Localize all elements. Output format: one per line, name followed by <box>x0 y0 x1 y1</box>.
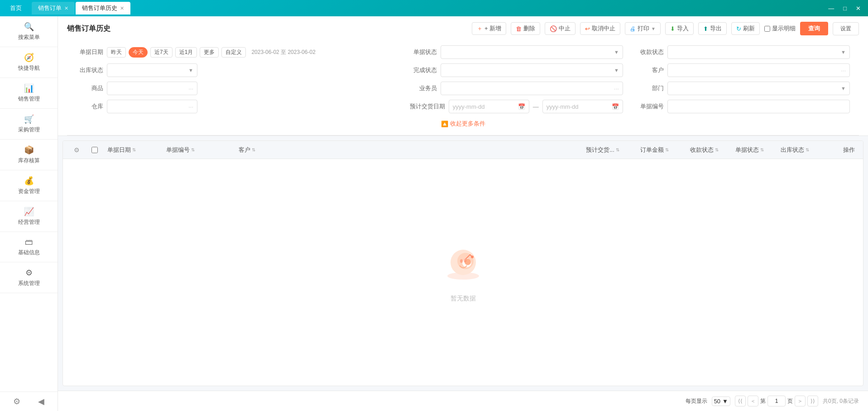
col-delivery-header[interactable]: 预计交货... ⇅ <box>582 146 637 154</box>
warehouse-input[interactable]: ··· <box>107 100 197 113</box>
query-button[interactable]: 查询 <box>800 22 828 35</box>
collapse-row[interactable]: 🔼 收起更多条件 <box>76 118 850 130</box>
col-docstatus-sort[interactable]: ⇅ <box>760 147 764 152</box>
col-receipt-header[interactable]: 收款状态 ⇅ <box>686 146 732 154</box>
delete-button[interactable]: 🗑 删除 <box>511 22 540 35</box>
receipt-status-chevron: ▼ <box>841 49 846 55</box>
goods-dots: ··· <box>188 85 193 92</box>
export-icon: ⬆ <box>703 25 708 32</box>
col-date-label: 单据日期 <box>107 146 131 154</box>
sidebar-item-quicknav[interactable]: 🧭 快捷导航 <box>0 47 58 78</box>
out-status-select[interactable]: ▼ <box>107 63 197 77</box>
complete-status-control[interactable]: ▼ <box>441 63 623 77</box>
doc-no-input[interactable] <box>667 100 850 113</box>
salesman-control[interactable]: ··· <box>441 82 623 95</box>
date-btn-custom[interactable]: 自定义 <box>221 47 246 58</box>
home-tab[interactable]: 首页 <box>5 2 27 15</box>
display-toggle-checkbox[interactable] <box>764 26 770 32</box>
calendar-end-icon[interactable]: 📅 <box>612 103 619 110</box>
goods-input[interactable]: ··· <box>107 82 197 95</box>
table-header: ⚙ 单据日期 ⇅ 单据编号 ⇅ 客户 ⇅ 预计交货... <box>63 141 863 159</box>
dept-control[interactable]: ▼ <box>667 82 850 95</box>
sidebar-settings-icon[interactable]: ⚙ <box>13 396 20 406</box>
col-amount-sort[interactable]: ⇅ <box>665 147 669 152</box>
sidebar-item-system[interactable]: ⚙ 系统管理 <box>0 262 58 293</box>
filter-row-4: 仓库 ··· 预计交货日期 yyyy-mm-dd <box>76 100 850 113</box>
customer-control[interactable]: ··· <box>667 63 850 77</box>
col-docno-header[interactable]: 单据编号 ⇅ <box>163 146 235 154</box>
sidebar-item-finance[interactable]: 💰 资金管理 <box>0 170 58 201</box>
tab-sales-order-history-close[interactable]: ✕ <box>120 5 124 11</box>
doc-status-select[interactable]: ▼ <box>441 45 623 59</box>
close-window-icon[interactable]: ✕ <box>853 5 863 12</box>
tab-sales-order-history[interactable]: 销售订单历史 ✕ <box>76 2 130 15</box>
page-title: 销售订单历史 <box>67 24 110 34</box>
tab-sales-order-close[interactable]: ✕ <box>64 5 68 11</box>
sidebar-item-purchase[interactable]: 🛒 采购管理 <box>0 109 58 140</box>
maximize-icon[interactable]: □ <box>840 5 849 12</box>
date-selector: 昨天 今天 近7天 近1月 更多 自定义 <box>107 47 246 58</box>
goods-control[interactable]: ··· <box>107 82 396 95</box>
collapse-text: 收起更多条件 <box>450 120 485 128</box>
sidebar-collapse-icon[interactable]: ◀ <box>38 396 44 406</box>
stop-button[interactable]: 🚫 中止 <box>545 22 575 35</box>
col-date-header[interactable]: 单据日期 ⇅ <box>104 146 163 154</box>
sidebar-item-search[interactable]: 🔍 搜索菜单 <box>0 16 58 47</box>
display-toggle[interactable]: 显示明细 <box>764 24 796 33</box>
settings-button[interactable]: 设置 <box>833 22 859 35</box>
new-button[interactable]: ＋ + 新增 <box>472 22 506 35</box>
col-amount-header[interactable]: 订单金额 ⇅ <box>637 146 686 154</box>
dept-select[interactable]: ▼ <box>667 82 850 95</box>
delivery-date-end[interactable]: yyyy-mm-dd 📅 <box>542 100 623 113</box>
prev-page-btn[interactable]: ＜ <box>748 396 758 406</box>
calendar-start-icon[interactable]: 📅 <box>518 103 525 110</box>
col-customer-sort[interactable]: ⇅ <box>252 147 255 152</box>
customer-input[interactable]: ··· <box>667 63 850 77</box>
import-button[interactable]: ⬇ 导入 <box>665 22 694 35</box>
minimize-icon[interactable]: — <box>825 5 837 12</box>
col-outstatus-header[interactable]: 出库状态 ⇅ <box>777 146 822 154</box>
col-outstatus-sort[interactable]: ⇅ <box>806 147 809 152</box>
last-page-btn[interactable]: ⟩⟩ <box>807 396 818 406</box>
date-btn-yesterday[interactable]: 昨天 <box>107 47 126 58</box>
sidebar-item-sales[interactable]: 📊 销售管理 <box>0 78 58 109</box>
first-page-btn[interactable]: ⟨⟨ <box>735 396 746 406</box>
date-btn-today[interactable]: 今天 <box>129 47 148 58</box>
sidebar-item-inventory[interactable]: 📦 库存核算 <box>0 140 58 170</box>
page-number-input[interactable] <box>767 396 786 406</box>
settings-gear-icon[interactable]: ⚙ <box>74 146 80 154</box>
sidebar-item-basic[interactable]: 🗃 基础信息 <box>0 232 58 262</box>
filter-salesman: 业务员 ··· <box>410 82 623 95</box>
col-date-sort[interactable]: ⇅ <box>132 147 136 152</box>
export-button[interactable]: ⬆ 导出 <box>698 22 727 35</box>
filter-out-status: 出库状态 ▼ <box>76 63 396 77</box>
receipt-status-control[interactable]: ▼ <box>667 45 850 59</box>
sidebar-item-operations[interactable]: 📈 经营管理 <box>0 201 58 232</box>
filter-row-2: 出库状态 ▼ 完成状态 ▼ <box>76 63 850 77</box>
refresh-button[interactable]: ↻ 刷新 <box>731 22 760 35</box>
col-receipt-sort[interactable]: ⇅ <box>715 147 719 152</box>
receipt-status-select[interactable]: ▼ <box>667 45 850 59</box>
col-customer-header[interactable]: 客户 ⇅ <box>235 146 582 154</box>
complete-status-select[interactable]: ▼ <box>441 63 623 77</box>
delivery-date-start[interactable]: yyyy-mm-dd 📅 <box>449 100 529 113</box>
page-size-select[interactable]: 50 ▼ <box>712 396 730 406</box>
warehouse-control[interactable]: ··· <box>107 100 396 113</box>
select-all-checkbox[interactable] <box>91 147 98 153</box>
salesman-input[interactable]: ··· <box>441 82 623 95</box>
print-button[interactable]: 🖨 打印 ▼ <box>625 22 661 35</box>
cancel-stop-button[interactable]: ↩ 取消中止 <box>580 22 620 35</box>
next-page-btn[interactable]: ＞ <box>795 396 806 406</box>
tab-sales-order[interactable]: 销售订单 ✕ <box>32 2 75 15</box>
col-docstatus-header[interactable]: 单据状态 ⇅ <box>732 146 777 154</box>
out-status-control[interactable]: ▼ <box>107 63 396 77</box>
col-docno-sort[interactable]: ⇅ <box>191 147 195 152</box>
date-btn-1month[interactable]: 近1月 <box>175 47 197 58</box>
doc-no-control[interactable] <box>667 100 850 113</box>
print-dropdown-icon[interactable]: ▼ <box>651 26 656 31</box>
doc-status-control[interactable]: ▼ <box>441 45 623 59</box>
col-delivery-sort[interactable]: ⇅ <box>616 147 619 152</box>
date-btn-more[interactable]: 更多 <box>200 47 219 58</box>
col-settings[interactable]: ⚙ <box>67 146 86 154</box>
date-btn-7days[interactable]: 近7天 <box>150 47 173 58</box>
